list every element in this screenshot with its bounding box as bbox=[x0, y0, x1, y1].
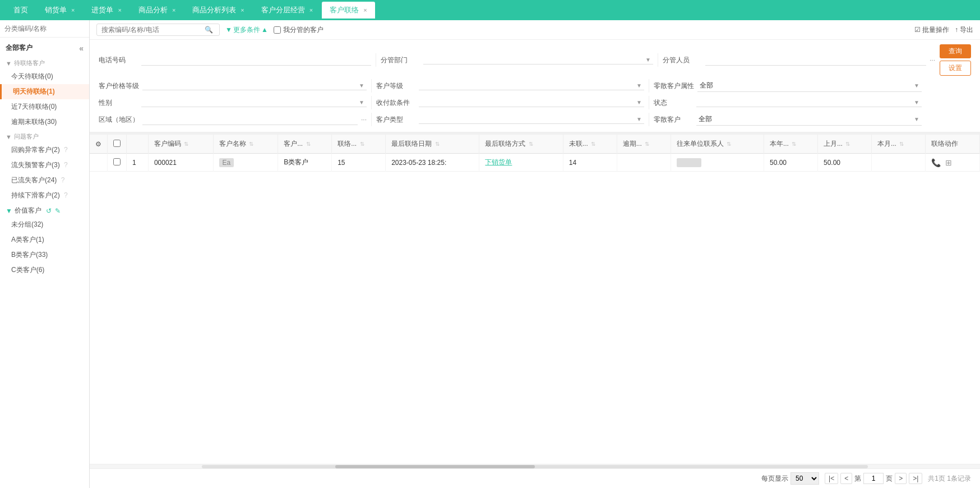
grid-action-icon[interactable]: ⊞ bbox=[945, 158, 952, 167]
nav-goods-analysis-list[interactable]: 商品分析列表 × bbox=[184, 2, 252, 19]
row-checkbox[interactable] bbox=[113, 158, 121, 165]
scrollbar-thumb[interactable] bbox=[335, 465, 535, 468]
my-customers-check[interactable] bbox=[274, 26, 281, 34]
row-actions: 📞 ⊞ bbox=[925, 154, 979, 172]
col-settings[interactable]: ⚙ bbox=[90, 135, 108, 154]
this-year-sort-icon[interactable]: ⇅ bbox=[792, 141, 796, 147]
code-sort-icon[interactable]: ⇅ bbox=[184, 141, 188, 147]
payment-select[interactable]: ▼ bbox=[419, 98, 644, 107]
gender-select[interactable]: ▼ bbox=[141, 98, 367, 107]
uncontacted-sort-icon[interactable]: ⇅ bbox=[591, 141, 595, 147]
col-overdue[interactable]: 逾期... ⇅ bbox=[617, 135, 671, 154]
sidebar-value-section[interactable]: ▼ 价值客户 ↺ ✎ bbox=[0, 203, 89, 217]
col-type[interactable]: 客户... ⇅ bbox=[278, 135, 332, 154]
sidebar-class-b[interactable]: B类客户(33) bbox=[0, 247, 89, 263]
name-sort-icon[interactable]: ⇅ bbox=[249, 141, 253, 147]
sidebar-all-customers[interactable]: 全部客户 « bbox=[0, 40, 89, 56]
last-page-btn[interactable]: >| bbox=[909, 473, 922, 484]
row-contact: 15 bbox=[332, 154, 386, 172]
col-unit-contact[interactable]: 往来单位联系人 ⇅ bbox=[671, 135, 764, 154]
settings-button[interactable]: 设置 bbox=[940, 61, 971, 76]
sidebar-tomorrow-pending[interactable]: 明天待联络(1) bbox=[0, 84, 89, 99]
sidebar-churned[interactable]: 已流失客户(24) ? bbox=[0, 173, 89, 188]
pagination: |< < 第 页 > >| bbox=[825, 473, 922, 484]
last-method-sort-icon[interactable]: ⇅ bbox=[529, 141, 533, 147]
next-page-btn[interactable]: > bbox=[895, 473, 907, 484]
more-conditions-btn[interactable]: ▼ 更多条件 ▲ bbox=[225, 25, 268, 35]
col-last-method[interactable]: 最后联络方式 ⇅ bbox=[479, 135, 563, 154]
col-this-month[interactable]: 本月... ⇅ bbox=[871, 135, 925, 154]
search-input[interactable] bbox=[101, 26, 202, 34]
export-btn[interactable]: ↑ 导出 bbox=[955, 25, 973, 35]
col-name[interactable]: 客户名称 ⇅ bbox=[213, 135, 278, 154]
sidebar-class-c[interactable]: C类客户(6) bbox=[0, 263, 89, 278]
retail-attr-select[interactable]: 全部 ▼ bbox=[697, 80, 922, 92]
horizontal-scrollbar[interactable] bbox=[90, 464, 980, 468]
last-date-sort-icon[interactable]: ⇅ bbox=[435, 141, 440, 147]
last-month-sort-icon[interactable]: ⇅ bbox=[845, 141, 850, 147]
region-input[interactable] bbox=[142, 114, 358, 125]
close-customer-tier-icon[interactable]: × bbox=[309, 7, 313, 13]
unit-contact-sort-icon[interactable]: ⇅ bbox=[727, 141, 731, 147]
sidebar-ungrouped[interactable]: 未分组(32) bbox=[0, 217, 89, 232]
customer-level-select[interactable]: ▼ bbox=[419, 81, 644, 90]
select-all-checkbox[interactable] bbox=[113, 140, 121, 147]
search-icon[interactable]: 🔍 bbox=[205, 26, 213, 34]
sidebar-search-input[interactable] bbox=[4, 25, 89, 33]
price-level-select[interactable]: ▼ bbox=[142, 81, 367, 90]
nav-sales[interactable]: 销货单 × bbox=[37, 2, 82, 19]
overdue-sort-icon[interactable]: ⇅ bbox=[645, 141, 649, 147]
customer-table: ⚙ 客户编码 ⇅ 客户名称 ⇅ bbox=[90, 135, 980, 172]
retail-select[interactable]: 全部 ▼ bbox=[696, 113, 922, 126]
nav-customer-tier[interactable]: 客户分层经营 × bbox=[253, 2, 321, 19]
col-code[interactable]: 客户编码 ⇅ bbox=[148, 135, 213, 154]
my-customers-checkbox[interactable]: 我分管的客户 bbox=[274, 25, 323, 35]
prev-page-btn[interactable]: < bbox=[840, 473, 852, 484]
close-purchase-icon[interactable]: × bbox=[118, 7, 121, 13]
nav-purchase[interactable]: 进货单 × bbox=[84, 2, 129, 19]
close-goods-analysis-icon[interactable]: × bbox=[172, 7, 175, 13]
sidebar-today-pending[interactable]: 今天待联络(0) bbox=[0, 69, 89, 84]
first-page-btn[interactable]: |< bbox=[825, 473, 838, 484]
type-sort-icon[interactable]: ⇅ bbox=[306, 141, 311, 147]
sidebar-week-pending[interactable]: 近7天待联络(0) bbox=[0, 99, 89, 114]
col-last-date[interactable]: 最后联络日期 ⇅ bbox=[386, 135, 479, 154]
customer-type-select[interactable]: ▼ bbox=[419, 115, 644, 124]
col-contact[interactable]: 联络... ⇅ bbox=[332, 135, 386, 154]
refresh-icon[interactable]: ↺ bbox=[46, 207, 52, 215]
divider5 bbox=[371, 96, 372, 109]
region-more-icon[interactable]: ··· bbox=[361, 116, 367, 123]
col-this-year[interactable]: 本年... ⇅ bbox=[764, 135, 817, 154]
edit-icon[interactable]: ✎ bbox=[55, 207, 61, 215]
this-month-sort-icon[interactable]: ⇅ bbox=[899, 141, 904, 147]
sidebar-declining[interactable]: 持续下滑客户(2) ? bbox=[0, 188, 89, 203]
close-customer-contact-icon[interactable]: × bbox=[363, 7, 367, 13]
sidebar-churn-warning[interactable]: 流失预警客户(3) ? bbox=[0, 158, 89, 173]
divider4 bbox=[649, 79, 649, 93]
retail-attr-arrow-icon: ▼ bbox=[914, 82, 919, 89]
batch-op-btn[interactable]: ☑ 批量操作 bbox=[914, 25, 949, 35]
status-select[interactable]: ▼ bbox=[696, 98, 922, 107]
sidebar-overdue-pending[interactable]: 逾期未联络(30) bbox=[0, 114, 89, 130]
phone-input[interactable] bbox=[141, 55, 371, 66]
page-number-input[interactable] bbox=[863, 473, 884, 484]
nav-goods-analysis[interactable]: 商品分析 × bbox=[131, 2, 183, 19]
nav-home[interactable]: 首页 bbox=[6, 2, 36, 19]
contact-sort-icon[interactable]: ⇅ bbox=[360, 141, 364, 147]
top-navigation: 首页 销货单 × 进货单 × 商品分析 × 商品分析列表 × 客户分层经营 × … bbox=[0, 0, 980, 20]
retail-field: 零散客户 全部 ▼ bbox=[654, 113, 922, 126]
close-sales-icon[interactable]: × bbox=[71, 7, 75, 13]
sidebar-class-a[interactable]: A类客户(1) bbox=[0, 232, 89, 247]
phone-action-icon[interactable]: 📞 bbox=[931, 158, 941, 167]
manager-input[interactable] bbox=[705, 55, 926, 66]
col-uncontacted[interactable]: 未联... ⇅ bbox=[563, 135, 617, 154]
col-last-month[interactable]: 上月... ⇅ bbox=[817, 135, 871, 154]
row-last-method[interactable]: 下销货单 bbox=[479, 154, 563, 172]
manager-more-icon[interactable]: ··· bbox=[930, 56, 935, 64]
sidebar-repurchase-abnormal[interactable]: 回购异常客户(2) ? bbox=[0, 142, 89, 158]
nav-customer-contact[interactable]: 客户联络 × bbox=[322, 2, 375, 19]
close-goods-list-icon[interactable]: × bbox=[241, 7, 244, 13]
per-page-select[interactable]: 50 100 200 bbox=[791, 472, 819, 485]
dept-select[interactable]: ▼ bbox=[423, 56, 653, 65]
query-button[interactable]: 查询 bbox=[940, 44, 971, 58]
